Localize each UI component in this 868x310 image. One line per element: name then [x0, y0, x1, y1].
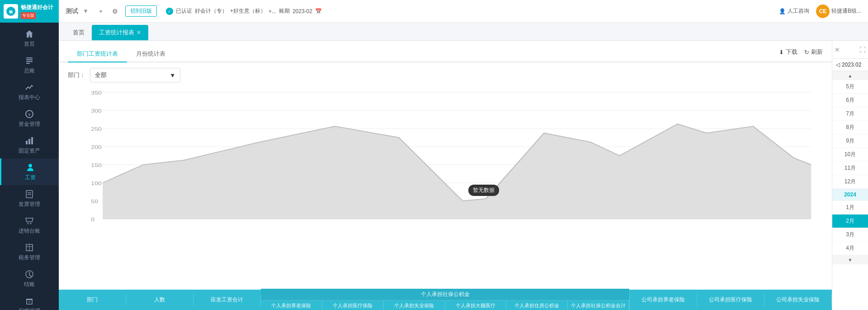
- status-good-business: +好生意（标）: [230, 7, 266, 15]
- table-col-company-unemployment: 公司承担失业保险: [764, 294, 832, 305]
- sidebar-item-reports[interactable]: 报表中心: [0, 78, 59, 105]
- year-2024-section: 1月 2月 3月 4月: [832, 201, 868, 255]
- archive-icon: [25, 296, 34, 305]
- svg-text:¥: ¥: [28, 112, 31, 117]
- topbar-status: ✓ 已认证 好会计（专） +好生意（标） +... 账期 2023-02 📅: [166, 7, 322, 15]
- close-accounts-icon: [25, 270, 34, 279]
- group-cells: 个人承担养老保险 个人承担医疗保险 个人承担失业保险 个人承担大额医疗 个人承担: [261, 300, 630, 310]
- ledger-icon: [25, 56, 34, 65]
- switch-old-btn[interactable]: 切到旧版: [125, 5, 157, 17]
- svg-text:300: 300: [91, 108, 102, 114]
- date-nav-icon: ◁: [836, 62, 840, 68]
- select-chevron-icon: ▼: [170, 72, 175, 79]
- month-10[interactable]: 10月: [832, 148, 868, 162]
- right-panel-header: ✕ ⛶: [832, 41, 868, 59]
- sidebar-item-salary[interactable]: 工资: [0, 158, 59, 185]
- panel-expand-icon[interactable]: ⛶: [859, 46, 866, 53]
- month-12[interactable]: 12月: [832, 175, 868, 189]
- sidebar-item-assets[interactable]: 固定资产: [0, 132, 59, 158]
- consultant-btn[interactable]: 👤 人工咨询: [779, 7, 809, 15]
- svg-text:250: 250: [91, 126, 102, 132]
- add-btn[interactable]: ＋: [95, 6, 106, 17]
- content-area: 部门工资统计表 月份统计表 ⬇ 下载 ↻ 刷新: [59, 41, 868, 310]
- tab-home[interactable]: 首页: [66, 25, 92, 40]
- group-title: 个人承担社保公积金: [261, 289, 630, 300]
- status-period-value: 2023-02: [292, 8, 312, 14]
- sidebar: 畅 畅捷通好会计 专业版 首页 总账 报表中心 ¥ 资金管理 固定资产: [0, 0, 59, 310]
- month-2024-1[interactable]: 1月: [832, 201, 868, 215]
- svg-text:畅: 畅: [9, 10, 13, 14]
- subtab-dept-salary[interactable]: 部门工资统计表: [68, 46, 127, 62]
- sidebar-item-ledger[interactable]: 总账: [0, 52, 59, 78]
- sidebar-item-sales[interactable]: 进销台账: [0, 212, 59, 238]
- calendar-icon[interactable]: 📅: [315, 8, 322, 14]
- svg-marker-39: [103, 124, 811, 219]
- year-2024-label: 2024: [832, 189, 868, 201]
- chart-area: 350 300 250 200 150 100 50 0: [59, 88, 832, 290]
- svg-rect-12: [26, 191, 33, 198]
- download-btn[interactable]: ⬇ 下载: [779, 48, 797, 56]
- settings-btn[interactable]: ⚙: [110, 6, 121, 17]
- svg-text:50: 50: [91, 199, 98, 204]
- salary-chart: 350 300 250 200 150 100 50 0: [68, 88, 823, 237]
- month-11[interactable]: 11月: [832, 162, 868, 175]
- svg-rect-9: [28, 139, 30, 144]
- table-header: 部门 人数 应发工资合计 个人承担社保公积金 个人承担养老保险 个人承担医疗: [59, 290, 832, 310]
- sidebar-item-funds[interactable]: ¥ 资金管理: [0, 105, 59, 132]
- month-9[interactable]: 9月: [832, 134, 868, 148]
- panel-close-icon[interactable]: ✕: [835, 46, 840, 53]
- invoice-icon: [25, 190, 34, 199]
- sidebar-item-home[interactable]: 首页: [0, 25, 59, 52]
- col-unemployment: 个人承担失业保险: [384, 300, 445, 310]
- month-2024-2[interactable]: 2月: [832, 215, 868, 228]
- date-nav-up-btn[interactable]: ▲: [832, 71, 868, 80]
- tabsbar: 首页 工资统计报表 ✕: [59, 23, 868, 41]
- col-total-insurance: 个人承担社保公积金合计: [568, 300, 629, 310]
- status-good-accounting: 好会计（专）: [195, 7, 227, 15]
- svg-rect-2: [26, 57, 33, 58]
- tab-salary-report[interactable]: 工资统计报表 ✕: [92, 25, 148, 40]
- subtab-monthly[interactable]: 月份统计表: [127, 46, 175, 62]
- sales-icon: [25, 216, 34, 225]
- svg-text:150: 150: [91, 162, 102, 168]
- logo-text: 畅捷通好会计 专业版: [21, 4, 53, 19]
- topbar-actions: ＋ ⚙: [95, 6, 121, 17]
- logo-icon: 畅: [4, 4, 18, 19]
- status-period-label: 账期: [279, 7, 290, 15]
- sidebar-nav: 首页 总账 报表中心 ¥ 资金管理 固定资产 工资 发票管理 进销: [0, 23, 59, 310]
- left-panel: 部门工资统计表 月份统计表 ⬇ 下载 ↻ 刷新: [59, 41, 832, 310]
- sidebar-item-invoice[interactable]: 发票管理: [0, 185, 59, 212]
- right-panel-date-picker: ✕ ⛶ ◁ 2023.02 ▲ 5月 6月 7月 8月 9月 10: [832, 41, 868, 310]
- salary-icon: [26, 163, 35, 172]
- table-header-group-personal: 个人承担社保公积金 个人承担养老保险 个人承担医疗保险 个人承担失业保险 个人承…: [261, 289, 630, 310]
- svg-text:0: 0: [91, 217, 94, 222]
- month-8[interactable]: 8月: [832, 121, 868, 134]
- dept-filter-select[interactable]: 全部 ▼: [90, 68, 180, 82]
- assets-icon: [25, 136, 34, 145]
- month-5[interactable]: 5月: [832, 80, 868, 94]
- month-2024-3[interactable]: 3月: [832, 228, 868, 242]
- topbar-dropdown-icon[interactable]: ▼: [83, 8, 89, 14]
- col-pension: 个人承担养老保险: [261, 300, 322, 310]
- download-icon: ⬇: [779, 49, 784, 56]
- quick-access-btn[interactable]: CE 轻捷通B组...: [816, 5, 861, 18]
- home-icon: [25, 29, 34, 38]
- svg-text:200: 200: [91, 144, 102, 150]
- refresh-icon: ↻: [804, 49, 809, 56]
- month-2024-4[interactable]: 4月: [832, 242, 868, 255]
- sidebar-item-tax[interactable]: 税务管理: [0, 238, 59, 265]
- sidebar-item-archive[interactable]: 归档管理: [0, 292, 59, 310]
- svg-text:100: 100: [91, 181, 102, 186]
- topbar-right: 👤 人工咨询 CE 轻捷通B组...: [779, 5, 861, 18]
- month-7[interactable]: 7月: [832, 107, 868, 121]
- reports-icon: [25, 83, 34, 92]
- month-6[interactable]: 6月: [832, 94, 868, 107]
- date-nav-down-btn[interactable]: ▼: [832, 255, 868, 264]
- topbar-title: 测试: [66, 7, 78, 15]
- status-more: +...: [269, 8, 276, 14]
- year-2023-section: 5月 6月 7月 8月 9月 10月 11月 12月: [832, 80, 868, 189]
- refresh-btn[interactable]: ↻ 刷新: [804, 48, 823, 56]
- tab-close-icon[interactable]: ✕: [137, 29, 141, 36]
- sidebar-item-close[interactable]: 结账: [0, 265, 59, 292]
- consultant-icon: 👤: [779, 8, 786, 14]
